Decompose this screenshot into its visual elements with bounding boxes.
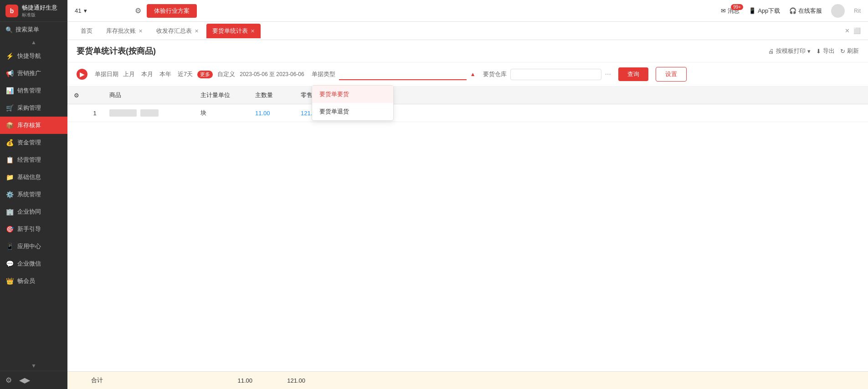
row-product [104, 104, 195, 122]
header-settings-icon[interactable]: ⚙ [135, 6, 141, 15]
footer-label: 合计 [73, 376, 169, 384]
sidebar-item-sales[interactable]: 📊 销售管理 [0, 82, 67, 99]
export-btn[interactable]: ⬇ 导出 [816, 47, 835, 55]
table-body: 1 块 11.00 121.00 [67, 104, 868, 122]
sidebar-item-marketing[interactable]: 📢 营销推广 [0, 65, 67, 82]
search-icon: 🔍 [5, 26, 13, 33]
export-icon: ⬇ [816, 48, 821, 55]
col-extra [341, 87, 868, 104]
page-title: 要货单统计表(按商品) [77, 46, 156, 56]
sidebar-scroll-up[interactable]: ▲ [0, 37, 67, 47]
warehouse-filter-group: 要货仓库 ··· [483, 69, 611, 80]
system-icon: ⚙️ [5, 190, 14, 199]
sidebar-item-enterprise[interactable]: 🏢 企业协同 [0, 203, 67, 220]
filter-settings-btn[interactable]: 设置 [656, 67, 687, 82]
tab-close-receivable-summary[interactable]: ✕ [195, 28, 199, 34]
store-selector[interactable]: 41 ▾ [75, 7, 129, 14]
sidebar-item-operation[interactable]: 📋 经营管理 [0, 151, 67, 169]
table-container: ⚙ 商品 主计量单位 主数量 零售金额 1 [67, 87, 868, 371]
apps-icon: 📱 [5, 242, 14, 251]
type-filter-label: 单据类型 [312, 70, 335, 78]
tab-inventory-batch[interactable]: 库存批次账 ✕ [100, 24, 149, 38]
quick-nav-icon: ⚡ [5, 52, 14, 60]
dropdown-item-order-goods[interactable]: 要货单要货 [312, 86, 393, 103]
header-right: ✉ 消息 99+ 📱 App下载 🎧 在线客服 Rit [721, 4, 861, 18]
sidebar-item-apps[interactable]: 📱 应用中心 [0, 238, 67, 255]
warehouse-filter-input[interactable] [510, 69, 601, 80]
filter-bar: ▶ 单据日期 上月 本月 本年 近7天 更多 自定义 2023-05-06 至 … [67, 62, 868, 87]
sidebar-footer: ⚙ ◀▶ [0, 371, 67, 389]
messages-btn[interactable]: ✉ 消息 99+ [721, 7, 740, 15]
date-shortcut-this-year[interactable]: 本年 [158, 69, 173, 79]
basic-icon: 📁 [5, 173, 14, 181]
dropdown-item-order-return[interactable]: 要货单退货 [312, 103, 393, 120]
page-header: 要货单统计表(按商品) 🖨 按模板打印 ▾ ⬇ 导出 ↻ 刷新 [67, 40, 868, 62]
sidebar-logo: b 畅捷通好生意 标准版 [0, 0, 67, 22]
col-index [86, 87, 104, 104]
sidebar-item-guide[interactable]: 🎯 新手引导 [0, 220, 67, 238]
table-row: 1 块 11.00 121.00 [67, 104, 868, 122]
date-shortcut-custom[interactable]: 自定义 [216, 69, 237, 79]
store-num: 41 [75, 7, 81, 14]
page-actions: 🖨 按模板打印 ▾ ⬇ 导出 ↻ 刷新 [768, 47, 859, 55]
operation-icon: 📋 [5, 156, 14, 164]
row-unit: 块 [195, 104, 250, 122]
query-btn[interactable]: 查询 [618, 67, 648, 81]
date-shortcut-prev-month[interactable]: 上月 [121, 69, 137, 79]
sidebar-item-quick-nav[interactable]: ⚡ 快捷导航 [0, 47, 67, 65]
type-filter-input[interactable] [339, 69, 467, 80]
trial-btn[interactable]: 体验行业方案 [147, 4, 197, 18]
page-content: 要货单统计表(按商品) 🖨 按模板打印 ▾ ⬇ 导出 ↻ 刷新 ▶ [67, 40, 868, 389]
finance-icon: 💰 [5, 138, 14, 147]
sidebar-search[interactable]: 🔍 搜索菜单 [0, 22, 67, 37]
tabs-bar: 首页 库存批次账 ✕ 收发存汇总表 ✕ 要货单统计表 ✕ ✕ ⬜ [67, 22, 868, 40]
row-settings-cell [67, 104, 86, 122]
enterprise-icon: 🏢 [5, 208, 14, 216]
tab-close-inventory-batch[interactable]: ✕ [139, 28, 143, 34]
sidebar-item-basic[interactable]: 📁 基础信息 [0, 169, 67, 186]
date-filter-group: 单据日期 上月 本月 本年 近7天 更多 自定义 2023-05-06 至 20… [95, 69, 304, 79]
type-dropdown-menu: 要货单要货 要货单退货 [312, 85, 394, 121]
sidebar-item-purchase[interactable]: 🛒 采购管理 [0, 99, 67, 117]
online-service-btn[interactable]: 🎧 在线客服 [789, 7, 822, 15]
col-settings[interactable]: ⚙ [67, 87, 86, 104]
data-table: ⚙ 商品 主计量单位 主数量 零售金额 1 [67, 87, 868, 122]
app-logo-icon: b [5, 5, 18, 17]
row-extra [341, 104, 868, 122]
user-avatar[interactable] [831, 4, 845, 18]
product-placeholder-2 [140, 109, 159, 117]
sidebar-item-member[interactable]: 👑 畅会员 [0, 272, 67, 290]
date-filter-label: 单据日期 [95, 70, 118, 78]
sidebar-item-inventory[interactable]: 📦 库存核算 [0, 117, 67, 134]
filter-expand-btn[interactable]: ▶ [77, 69, 87, 80]
store-dropdown-icon: ▾ [84, 7, 87, 14]
type-filter-arrow[interactable]: ▲ [470, 71, 476, 77]
tab-receivable-summary[interactable]: 收发存汇总表 ✕ [150, 24, 205, 38]
maximize-icon[interactable]: ⬜ [853, 27, 861, 34]
tabs-actions: ✕ ⬜ [845, 27, 861, 34]
sidebar-item-finance[interactable]: 💰 资金管理 [0, 134, 67, 151]
date-shortcut-7days[interactable]: 近7天 [176, 69, 195, 79]
filter-more-btn[interactable]: ··· [605, 70, 611, 78]
sidebar-item-system[interactable]: ⚙️ 系统管理 [0, 186, 67, 203]
sidebar-collapse-icon[interactable]: ◀▶ [19, 376, 30, 384]
row-index: 1 [86, 104, 104, 122]
sidebar-item-wechat[interactable]: 💬 企业微信 [0, 255, 67, 272]
inventory-icon: 📦 [5, 121, 14, 129]
tab-home[interactable]: 首页 [75, 24, 98, 38]
close-all-tabs-icon[interactable]: ✕ [845, 27, 850, 34]
sidebar-scroll-down[interactable]: ▼ [0, 361, 67, 371]
app-download-btn[interactable]: 📱 App下载 [749, 7, 780, 15]
col-unit: 主计量单位 [195, 87, 250, 104]
wechat-icon: 💬 [5, 260, 14, 268]
date-shortcut-more[interactable]: 更多 [197, 71, 213, 78]
print-icon: 🖨 [768, 48, 774, 55]
refresh-icon: ↻ [840, 48, 845, 55]
print-btn[interactable]: 🖨 按模板打印 ▾ [768, 47, 811, 55]
sidebar-settings-icon[interactable]: ⚙ [5, 376, 12, 384]
tab-close-order-stats[interactable]: ✕ [251, 28, 255, 34]
refresh-btn[interactable]: ↻ 刷新 [840, 47, 859, 55]
tab-order-stats[interactable]: 要货单统计表 ✕ [206, 24, 261, 38]
date-shortcut-this-month[interactable]: 本月 [139, 69, 155, 79]
messages-badge: 99+ [731, 4, 743, 10]
